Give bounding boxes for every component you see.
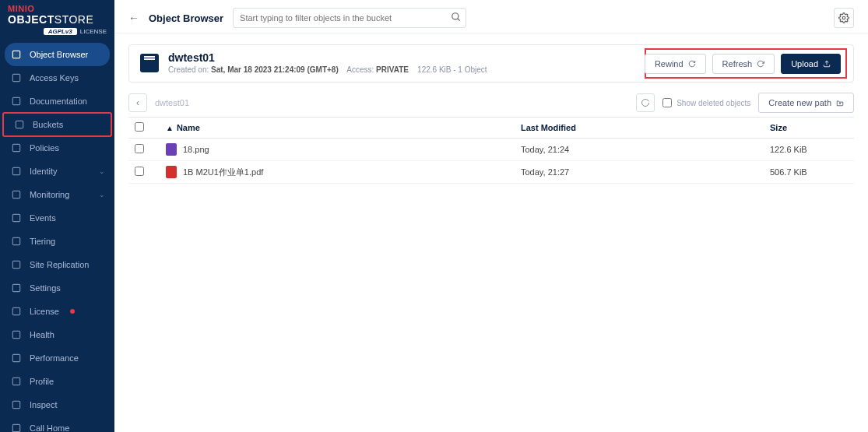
show-deleted-checkbox[interactable] (662, 98, 672, 107)
svg-point-19 (842, 16, 845, 19)
upload-icon (823, 60, 831, 68)
bucket-icon (14, 119, 25, 130)
svg-rect-16 (12, 424, 19, 431)
settings-button[interactable] (834, 8, 854, 28)
breadcrumb[interactable]: dwtest01 (155, 98, 189, 107)
svg-rect-0 (12, 51, 19, 58)
svg-rect-4 (12, 144, 19, 151)
file-size: 506.7 KiB (754, 167, 848, 177)
file-size: 122.6 KiB (754, 145, 848, 154)
sidebar-item-label: Inspect (30, 400, 57, 409)
row-checkbox[interactable] (135, 167, 144, 176)
file-png-icon (166, 143, 177, 156)
back-arrow-icon[interactable]: ← (128, 12, 139, 24)
sidebar-item-label: Monitoring (30, 190, 69, 199)
breadcrumb-row: ‹ dwtest01 Show deleted objects Create n… (128, 89, 854, 118)
sidebar-item-tiering[interactable]: Tiering (0, 230, 114, 253)
object-table: ▲Name Last Modified Size 18.pngToday, 21… (128, 118, 854, 184)
sidebar-item-license[interactable]: License (0, 300, 114, 323)
license-icon (11, 306, 22, 317)
sidebar-item-label: Site Replication (30, 260, 89, 269)
sidebar-item-access-keys[interactable]: Access Keys (0, 66, 114, 90)
chevron-down-icon: ⌄ (99, 191, 105, 198)
logo-product: OBJECTSTORE (8, 13, 107, 26)
file-name: 1B M2U1作业单1.pdf (183, 167, 263, 178)
main: ← Object Browser dwtest01 Created on: Sa… (114, 0, 868, 432)
sidebar-item-identity[interactable]: Identity⌄ (0, 160, 114, 183)
new-path-icon (836, 99, 844, 107)
row-checkbox[interactable] (135, 144, 144, 153)
logo-brand: MINIO (8, 5, 107, 13)
sidebar-item-health[interactable]: Health (0, 323, 114, 346)
breadcrumb-back-button[interactable]: ‹ (128, 93, 147, 112)
upload-button[interactable]: Upload (781, 54, 841, 74)
sidebar-item-profile[interactable]: Profile (0, 370, 114, 393)
col-name[interactable]: ▲Name (166, 123, 521, 132)
sidebar-item-site-replication[interactable]: Site Replication (0, 253, 114, 276)
svg-rect-15 (12, 401, 19, 408)
topbar: ← Object Browser (114, 0, 868, 33)
sidebar-item-settings[interactable]: Settings (0, 276, 114, 300)
search-icon[interactable] (451, 12, 462, 26)
sidebar-item-inspect[interactable]: Inspect (0, 393, 114, 416)
col-size[interactable]: Size (754, 123, 848, 132)
logo-block: MINIO OBJECTSTORE AGPLv3 LICENSE (0, 0, 114, 40)
sidebar-item-label: Settings (30, 283, 61, 293)
sidebar-nav: Object BrowserAccess KeysDocumentationBu… (0, 40, 114, 432)
sidebar-item-label: Access Keys (30, 73, 79, 83)
svg-rect-9 (12, 261, 19, 268)
sidebar-item-buckets[interactable]: Buckets (3, 113, 111, 136)
sidebar-item-label: Object Browser (30, 50, 88, 59)
settings-icon (11, 283, 22, 293)
profile-icon (11, 376, 22, 387)
bucket-name: dwtest01 (168, 51, 487, 64)
select-all-checkbox[interactable] (135, 122, 144, 132)
search-wrap (233, 8, 466, 28)
show-deleted-toggle[interactable]: Show deleted objects (662, 98, 750, 107)
sidebar-item-label: Call Home (30, 423, 69, 432)
alert-dot (70, 309, 75, 314)
events-icon (11, 212, 22, 223)
sidebar-item-label: Performance (30, 353, 79, 363)
svg-rect-5 (12, 167, 19, 174)
rewind-icon (688, 60, 696, 68)
refresh-icon (757, 60, 764, 68)
file-pdf-icon (166, 166, 177, 178)
sidebar-item-policies[interactable]: Policies (0, 136, 114, 160)
chevron-down-icon: ⌄ (99, 167, 105, 175)
sidebar-item-monitoring[interactable]: Monitoring⌄ (0, 183, 114, 206)
sidebar-item-call-home[interactable]: Call Home (0, 416, 114, 432)
search-input[interactable] (233, 8, 466, 28)
svg-rect-6 (12, 191, 19, 198)
svg-line-18 (458, 19, 460, 21)
table-header: ▲Name Last Modified Size (128, 118, 854, 139)
file-modified: Today, 21:24 (521, 145, 754, 154)
page-title: Object Browser (149, 12, 223, 24)
sidebar-item-events[interactable]: Events (0, 206, 114, 230)
refresh-button[interactable]: Refresh (712, 54, 775, 74)
table-row[interactable]: 1B M2U1作业单1.pdfToday, 21:27506.7 KiB (128, 161, 854, 184)
sidebar-item-label: Tiering (30, 237, 55, 246)
svg-rect-11 (12, 307, 19, 314)
content: dwtest01 Created on: Sat, Mar 18 2023 21… (114, 33, 868, 432)
sidebar-item-label: Policies (30, 143, 59, 153)
perf-icon (11, 353, 22, 364)
sidebar-item-performance[interactable]: Performance (0, 346, 114, 370)
rewind-small-button[interactable] (636, 93, 655, 112)
sidebar-item-label: Buckets (33, 120, 63, 129)
col-modified[interactable]: Last Modified (521, 123, 754, 132)
table-row[interactable]: 18.pngToday, 21:24122.6 KiB (128, 139, 854, 161)
create-path-button[interactable]: Create new path (758, 93, 854, 113)
sidebar: MINIO OBJECTSTORE AGPLv3 LICENSE Object … (0, 0, 114, 432)
inspect-icon (11, 399, 22, 410)
svg-rect-3 (16, 121, 23, 128)
sidebar-item-object-browser[interactable]: Object Browser (5, 43, 110, 66)
callhome-icon (11, 423, 22, 432)
sidebar-item-label: Events (30, 213, 56, 223)
replay-icon (641, 98, 650, 107)
svg-rect-1 (12, 74, 19, 81)
svg-rect-10 (12, 284, 19, 291)
rewind-button[interactable]: Rewind (645, 54, 706, 74)
sidebar-item-documentation[interactable]: Documentation (0, 90, 114, 113)
tiering-icon (11, 236, 22, 247)
